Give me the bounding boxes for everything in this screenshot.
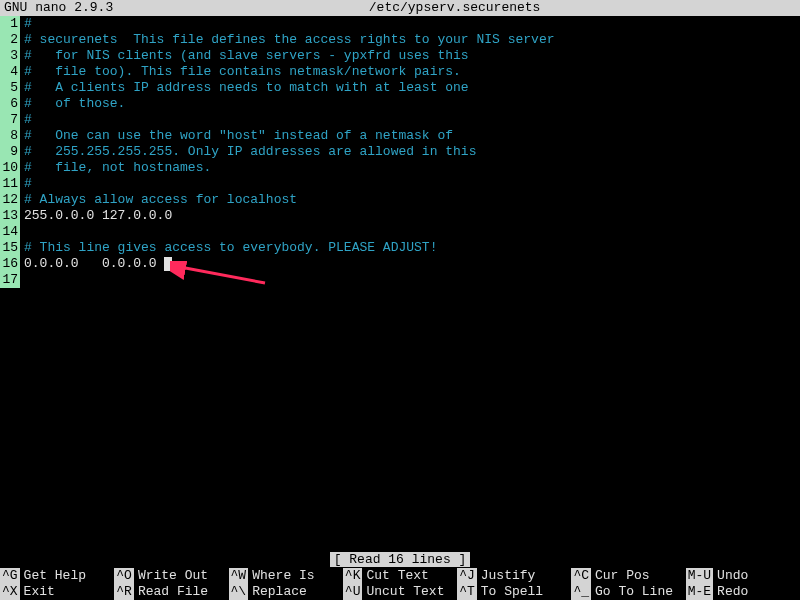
- shortcut-key: ^T: [457, 584, 477, 600]
- editor-line[interactable]: 1#: [0, 16, 800, 32]
- text-cursor: [164, 257, 172, 271]
- line-text[interactable]: [20, 272, 800, 288]
- shortcut-row-1: ^GGet Help^OWrite Out^WWhere Is^KCut Tex…: [0, 568, 800, 584]
- shortcut-item[interactable]: ^\Replace: [229, 584, 343, 600]
- shortcut-key: M-E: [686, 584, 713, 600]
- shortcut-key: ^R: [114, 584, 134, 600]
- line-number: 14: [0, 224, 20, 240]
- shortcut-key: ^G: [0, 568, 20, 584]
- shortcut-label: To Spell: [481, 584, 543, 600]
- line-number: 5: [0, 80, 20, 96]
- shortcut-item[interactable]: ^_Go To Line: [571, 584, 685, 600]
- editor-area[interactable]: 1#2# securenets This file defines the ac…: [0, 16, 800, 568]
- line-text[interactable]: # of those.: [20, 96, 800, 112]
- line-number: 9: [0, 144, 20, 160]
- status-message: [ Read 16 lines ]: [330, 552, 471, 567]
- line-number: 1: [0, 16, 20, 32]
- editor-line[interactable]: 12# Always allow access for localhost: [0, 192, 800, 208]
- line-text[interactable]: # for NIS clients (and slave servers - y…: [20, 48, 800, 64]
- shortcut-label: Get Help: [24, 568, 86, 584]
- editor-line[interactable]: 15# This line gives access to everybody.…: [0, 240, 800, 256]
- shortcut-item[interactable]: M-UUndo: [686, 568, 800, 584]
- line-text[interactable]: # One can use the word "host" instead of…: [20, 128, 800, 144]
- line-text[interactable]: # This line gives access to everybody. P…: [20, 240, 800, 256]
- status-bar: [ Read 16 lines ]: [0, 552, 800, 568]
- shortcut-item[interactable]: ^WWhere Is: [229, 568, 343, 584]
- shortcut-key: M-U: [686, 568, 713, 584]
- titlebar-spacer: [113, 0, 369, 16]
- shortcut-label: Write Out: [138, 568, 208, 584]
- line-number: 15: [0, 240, 20, 256]
- editor-line[interactable]: 5# A clients IP address needs to match w…: [0, 80, 800, 96]
- line-text[interactable]: #: [20, 112, 800, 128]
- shortcut-label: Where Is: [252, 568, 314, 584]
- shortcut-key: ^W: [229, 568, 249, 584]
- shortcut-label: Uncut Text: [366, 584, 444, 600]
- line-text[interactable]: # file too). This file contains netmask/…: [20, 64, 800, 80]
- editor-line[interactable]: 13255.0.0.0 127.0.0.0: [0, 208, 800, 224]
- shortcut-key: ^X: [0, 584, 20, 600]
- titlebar-spacer-right: [540, 0, 796, 16]
- line-text[interactable]: 255.0.0.0 127.0.0.0: [20, 208, 800, 224]
- shortcut-item[interactable]: ^OWrite Out: [114, 568, 228, 584]
- editor-line[interactable]: 9# 255.255.255.255. Only IP addresses ar…: [0, 144, 800, 160]
- line-text[interactable]: #: [20, 176, 800, 192]
- editor-line[interactable]: 4# file too). This file contains netmask…: [0, 64, 800, 80]
- line-text[interactable]: #: [20, 16, 800, 32]
- shortcut-item[interactable]: ^RRead File: [114, 584, 228, 600]
- shortcut-key: ^K: [343, 568, 363, 584]
- line-number: 7: [0, 112, 20, 128]
- shortcut-label: Redo: [717, 584, 748, 600]
- shortcut-key: ^C: [571, 568, 591, 584]
- line-text[interactable]: # securenets This file defines the acces…: [20, 32, 800, 48]
- line-text[interactable]: # 255.255.255.255. Only IP addresses are…: [20, 144, 800, 160]
- editor-line[interactable]: 3# for NIS clients (and slave servers - …: [0, 48, 800, 64]
- shortcut-label: Undo: [717, 568, 748, 584]
- shortcut-key: ^\: [229, 584, 249, 600]
- line-number: 11: [0, 176, 20, 192]
- line-text[interactable]: # file, not hostnames.: [20, 160, 800, 176]
- shortcut-item[interactable]: ^XExit: [0, 584, 114, 600]
- shortcut-item[interactable]: ^KCut Text: [343, 568, 457, 584]
- shortcut-item[interactable]: ^JJustify: [457, 568, 571, 584]
- editor-line[interactable]: 7#: [0, 112, 800, 128]
- editor-line[interactable]: 2# securenets This file defines the acce…: [0, 32, 800, 48]
- shortcut-row-2: ^XExit^RRead File^\Replace^UUncut Text^T…: [0, 584, 800, 600]
- line-text[interactable]: [20, 224, 800, 240]
- line-text[interactable]: 0.0.0.0 0.0.0.0: [20, 256, 800, 272]
- file-path: /etc/ypserv.securenets: [369, 0, 541, 16]
- shortcut-item[interactable]: ^GGet Help: [0, 568, 114, 584]
- line-text[interactable]: # A clients IP address needs to match wi…: [20, 80, 800, 96]
- shortcut-label: Read File: [138, 584, 208, 600]
- shortcut-label: Replace: [252, 584, 307, 600]
- shortcut-item[interactable]: M-ERedo: [686, 584, 800, 600]
- editor-line[interactable]: 10# file, not hostnames.: [0, 160, 800, 176]
- editor-line[interactable]: 14: [0, 224, 800, 240]
- shortcut-label: Cur Pos: [595, 568, 650, 584]
- shortcut-key: ^U: [343, 584, 363, 600]
- shortcut-label: Cut Text: [366, 568, 428, 584]
- shortcut-item[interactable]: ^UUncut Text: [343, 584, 457, 600]
- app-name: GNU nano 2.9.3: [4, 0, 113, 16]
- titlebar: GNU nano 2.9.3 /etc/ypserv.securenets: [0, 0, 800, 16]
- shortcut-bar: ^GGet Help^OWrite Out^WWhere Is^KCut Tex…: [0, 568, 800, 600]
- shortcut-key: ^J: [457, 568, 477, 584]
- editor-line[interactable]: 8# One can use the word "host" instead o…: [0, 128, 800, 144]
- editor-line[interactable]: 160.0.0.0 0.0.0.0: [0, 256, 800, 272]
- line-number: 13: [0, 208, 20, 224]
- line-number: 16: [0, 256, 20, 272]
- shortcut-item[interactable]: ^CCur Pos: [571, 568, 685, 584]
- shortcut-key: ^_: [571, 584, 591, 600]
- shortcut-label: Justify: [481, 568, 536, 584]
- line-number: 8: [0, 128, 20, 144]
- shortcut-item[interactable]: ^TTo Spell: [457, 584, 571, 600]
- line-number: 12: [0, 192, 20, 208]
- editor-line[interactable]: 17: [0, 272, 800, 288]
- line-number: 6: [0, 96, 20, 112]
- shortcut-label: Exit: [24, 584, 55, 600]
- line-number: 10: [0, 160, 20, 176]
- editor-line[interactable]: 6# of those.: [0, 96, 800, 112]
- shortcut-label: Go To Line: [595, 584, 673, 600]
- line-text[interactable]: # Always allow access for localhost: [20, 192, 800, 208]
- editor-line[interactable]: 11#: [0, 176, 800, 192]
